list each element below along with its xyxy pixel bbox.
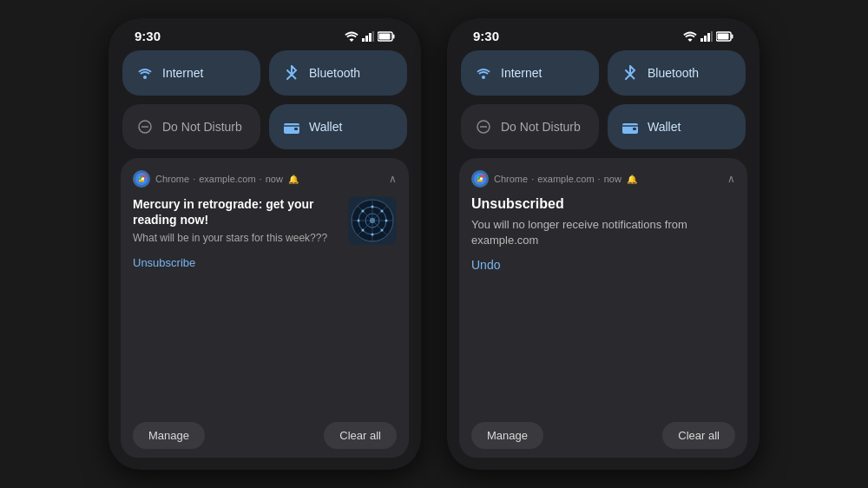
svg-rect-36 — [718, 33, 729, 39]
tile-dnd-2[interactable]: Do Not Disturb — [461, 104, 599, 149]
notif-app-name-2: Chrome — [494, 174, 528, 184]
svg-point-27 — [381, 229, 384, 232]
tile-wallet-label-1: Wallet — [309, 120, 342, 134]
notif-header-1: Chrome · example.com · now 🔔 ∧ — [133, 170, 397, 188]
svg-point-28 — [381, 210, 384, 213]
notif-title-1: Mercury in retrograde: get your reading … — [133, 196, 339, 228]
svg-rect-1 — [365, 36, 368, 42]
notif-content-1: Mercury in retrograde: get your reading … — [133, 196, 397, 246]
tile-dnd-label-2: Do Not Disturb — [501, 120, 581, 134]
svg-point-37 — [482, 76, 485, 79]
tile-wallet-1[interactable]: Wallet — [269, 104, 407, 149]
status-bar-2: 9:30 — [459, 18, 747, 50]
wifi-icon-2 — [683, 31, 697, 42]
tile-bluetooth-1[interactable]: Bluetooth — [269, 50, 407, 96]
wifi-tile-icon-2 — [475, 65, 492, 81]
tile-wallet-label-2: Wallet — [648, 120, 681, 134]
chrome-icon-2 — [471, 170, 489, 188]
wifi-tile-icon-1 — [136, 65, 154, 81]
svg-point-24 — [358, 220, 360, 222]
unsubscribe-button-1[interactable]: Unsubscribe — [133, 256, 195, 269]
svg-rect-35 — [732, 34, 733, 38]
svg-rect-31 — [704, 36, 707, 42]
tile-internet-label-2: Internet — [501, 66, 542, 80]
svg-point-26 — [362, 210, 365, 213]
dnd-tile-icon-2 — [475, 119, 492, 135]
notif-app-info-2: Chrome · example.com · now 🔔 — [494, 174, 722, 184]
svg-rect-2 — [369, 33, 372, 42]
notif-footer-2: Manage Clear all — [471, 422, 735, 449]
status-time-2: 9:30 — [473, 29, 499, 43]
signal-icon-2 — [700, 31, 713, 42]
zodiac-wheel-icon — [351, 199, 394, 242]
notif-source-1: example.com — [199, 174, 255, 184]
status-icons-1 — [345, 31, 395, 42]
svg-point-29 — [362, 229, 365, 232]
tile-bluetooth-2[interactable]: Bluetooth — [608, 50, 746, 96]
tile-bluetooth-label-2: Bluetooth — [648, 66, 699, 80]
status-icons-2 — [683, 31, 733, 42]
wallet-tile-icon-1 — [283, 119, 300, 135]
status-time-1: 9:30 — [135, 29, 161, 43]
notif-chevron-2[interactable]: ∧ — [727, 173, 735, 185]
svg-rect-32 — [707, 33, 710, 42]
wallet-tile-icon-2 — [621, 119, 639, 135]
svg-point-7 — [143, 76, 147, 79]
tile-dnd-1[interactable]: Do Not Disturb — [122, 104, 260, 149]
svg-point-22 — [372, 206, 374, 208]
notif-body-2: Unsubscribed You will no longer receive … — [471, 196, 735, 412]
dnd-tile-icon-1 — [136, 119, 154, 135]
battery-icon-1 — [378, 31, 395, 42]
svg-rect-3 — [372, 31, 374, 42]
status-bar-1: 9:30 — [121, 18, 409, 50]
unsubscribed-desc: You will no longer receive notifications… — [471, 217, 735, 248]
wifi-icon-1 — [345, 31, 358, 42]
notification-card-2: Chrome · example.com · now 🔔 ∧ Unsubscri… — [459, 158, 747, 458]
notif-app-info-1: Chrome · example.com · now 🔔 — [155, 174, 384, 184]
manage-button-2[interactable]: Manage — [471, 422, 543, 449]
svg-rect-0 — [362, 38, 365, 42]
quick-tiles-1: Internet Bluetooth Do Not Disturb — [121, 50, 409, 149]
tile-internet-2[interactable]: Internet — [461, 50, 599, 96]
clear-all-button-2[interactable]: Clear all — [662, 422, 735, 449]
signal-icon-1 — [362, 31, 374, 42]
svg-point-25 — [385, 220, 388, 222]
notif-source-2: example.com — [537, 174, 594, 184]
notif-time-1: now — [266, 174, 283, 184]
tile-wallet-2[interactable]: Wallet — [608, 104, 746, 149]
bluetooth-tile-icon-1 — [283, 65, 300, 82]
svg-rect-6 — [379, 33, 391, 39]
quick-tiles-2: Internet Bluetooth Do Not Disturb — [459, 50, 747, 149]
tile-internet-1[interactable]: Internet — [122, 50, 260, 96]
chrome-icon-1 — [133, 170, 150, 188]
svg-rect-41 — [633, 128, 636, 130]
notif-body-1: Mercury in retrograde: get your reading … — [133, 196, 397, 412]
svg-rect-11 — [294, 128, 298, 130]
clear-all-button-1[interactable]: Clear all — [324, 422, 397, 449]
svg-rect-5 — [393, 34, 395, 38]
phone-1: 9:30 — [108, 18, 421, 470]
notif-time-2: now — [604, 174, 621, 184]
svg-rect-33 — [711, 31, 713, 42]
notification-card-1: Chrome · example.com · now 🔔 ∧ Mercury i… — [121, 158, 409, 458]
undo-button[interactable]: Undo — [471, 258, 500, 272]
notif-footer-1: Manage Clear all — [133, 422, 397, 449]
manage-button-1[interactable]: Manage — [133, 422, 205, 449]
notif-text-1: Mercury in retrograde: get your reading … — [133, 196, 339, 246]
svg-point-23 — [372, 234, 374, 236]
tile-dnd-label-1: Do Not Disturb — [162, 120, 242, 134]
battery-icon-2 — [716, 31, 733, 42]
notif-thumb-1 — [348, 196, 397, 245]
notif-chevron-1[interactable]: ∧ — [389, 173, 397, 185]
tile-internet-label-1: Internet — [162, 66, 203, 80]
unsubscribed-title: Unsubscribed — [471, 196, 735, 212]
notif-app-name-1: Chrome — [155, 174, 189, 184]
notif-desc-1: What will be in your stars for this week… — [133, 231, 339, 246]
bluetooth-tile-icon-2 — [621, 65, 639, 82]
notif-header-2: Chrome · example.com · now 🔔 ∧ — [471, 170, 735, 188]
notif-action-1[interactable]: Unsubscribe — [133, 254, 397, 270]
phone-2: 9:30 — [447, 18, 760, 470]
tile-bluetooth-label-1: Bluetooth — [309, 66, 360, 80]
svg-rect-30 — [700, 38, 703, 42]
